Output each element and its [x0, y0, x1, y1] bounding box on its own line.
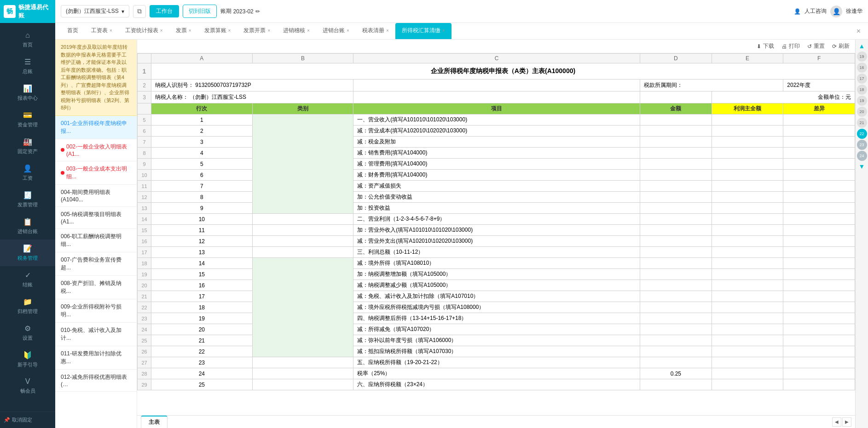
sheet-tab-main[interactable]: 主表 [141, 416, 168, 428]
tab-tax-clear[interactable]: 税表清册 × [356, 23, 395, 39]
row-diff[interactable] [783, 159, 855, 170]
row-amount[interactable] [640, 114, 712, 126]
row-amount[interactable] [640, 302, 712, 313]
row-amount[interactable] [640, 148, 712, 159]
tab-invoice-open[interactable]: 发票开票 × [237, 23, 277, 39]
row-amount[interactable] [640, 269, 712, 280]
row-diff[interactable] [783, 368, 855, 379]
sidebar-item-archive[interactable]: 📁归档管理 [0, 293, 55, 320]
row-diff[interactable] [783, 346, 855, 357]
report-item-011[interactable]: 011-研发费用加计扣除优惠... [55, 346, 137, 370]
row-profit[interactable] [712, 203, 783, 214]
tab-invoice-calc[interactable]: 发票算账 × [198, 23, 237, 39]
row-profit[interactable] [712, 148, 783, 159]
row-diff[interactable] [783, 291, 855, 302]
tab-tax-calc[interactable]: 所得税汇算清缴 × [395, 23, 451, 39]
row-amount[interactable] [640, 192, 712, 203]
tab-payroll-stats[interactable]: 工资统计报表 × [119, 23, 169, 39]
row-diff[interactable] [783, 324, 855, 335]
timeline-up-arrow[interactable]: ▲ [858, 41, 866, 51]
tab-sales-ledger[interactable]: 进销台账 × [316, 23, 356, 39]
row-profit[interactable] [712, 302, 783, 313]
sidebar-item-asset-mgmt[interactable]: 💳资金管理 [0, 106, 55, 133]
row-amount[interactable] [640, 324, 712, 335]
sidebar-unpin[interactable]: 📌 取消固定 [0, 411, 55, 428]
tab-payroll[interactable]: 工资表 × [85, 23, 119, 39]
tab-close-payroll[interactable]: × [110, 28, 112, 33]
row-profit[interactable] [712, 114, 783, 126]
row-amount[interactable] [640, 170, 712, 181]
tab-invoice[interactable]: 发票 × [169, 23, 198, 39]
tabs-close-all[interactable]: × [855, 27, 862, 35]
row-profit[interactable] [712, 368, 783, 379]
timeline-down-arrow[interactable]: ▼ [858, 162, 866, 171]
row-profit[interactable] [712, 192, 783, 203]
row-amount[interactable] [640, 236, 712, 247]
report-item-007[interactable]: 007-广告费和业务宣传费超... [55, 252, 137, 276]
row-amount[interactable] [640, 247, 712, 258]
workspace-button[interactable]: 工作台 [150, 5, 179, 17]
row-diff[interactable] [783, 236, 855, 247]
row-amount[interactable] [640, 346, 712, 357]
sidebar-item-tax[interactable]: 📝税务管理 [0, 240, 55, 266]
tab-close-tax-clear[interactable]: × [386, 28, 389, 33]
row-amount[interactable] [640, 126, 712, 137]
tab-close-sales-ledger[interactable]: × [347, 28, 349, 33]
sidebar-item-guide[interactable]: 🔰新手引导 [0, 346, 55, 373]
tab-close-invoice-calc[interactable]: × [228, 28, 231, 33]
reset-button[interactable]: ↺ 重置 [807, 42, 825, 50]
row-profit[interactable] [712, 324, 783, 335]
row-diff[interactable] [783, 247, 855, 258]
sidebar-item-settle[interactable]: ✓结账 [0, 266, 55, 293]
row-diff[interactable] [783, 137, 855, 148]
row-profit[interactable] [712, 159, 783, 170]
report-item-008[interactable]: 008-资产折旧、摊销及纳税... [55, 276, 137, 299]
sidebar-item-fixed-assets[interactable]: 🏭固定资产 [0, 133, 55, 160]
sidebar-item-member[interactable]: V畅会员 [0, 373, 55, 399]
row-diff[interactable] [783, 258, 855, 269]
sheet-prev-btn[interactable]: ◀ [832, 417, 841, 427]
row-diff[interactable] [783, 280, 855, 291]
row-diff[interactable] [783, 214, 855, 225]
sidebar-item-payroll[interactable]: 👤工资 [0, 160, 55, 186]
tab-close-payroll-stats[interactable]: × [160, 28, 163, 33]
sidebar-item-ledger[interactable]: ☰总账 [0, 53, 55, 80]
row-profit[interactable] [712, 335, 783, 346]
row-profit[interactable] [712, 126, 783, 137]
report-item-003[interactable]: 003-一般企业成本支出明细... [55, 161, 137, 185]
row-profit[interactable] [712, 346, 783, 357]
row-amount[interactable] [640, 379, 712, 390]
row-diff[interactable] [783, 203, 855, 214]
edit-period-icon[interactable]: ✏ [255, 8, 260, 15]
row-amount[interactable] [640, 225, 712, 236]
row-diff[interactable] [783, 225, 855, 236]
timeline-year-2022-7[interactable]: 22 [857, 129, 867, 139]
row-amount[interactable]: 0.25 [640, 368, 712, 379]
row-amount[interactable] [640, 280, 712, 291]
refresh-button[interactable]: ⟳ 刷新 [832, 42, 850, 50]
spreadsheet-wrap[interactable]: ABCDEF1企业所得税年度纳税申报表（A类）主表(A100000)2 纳税人识… [137, 53, 855, 415]
row-profit[interactable] [712, 236, 783, 247]
switch-old-button[interactable]: 切到旧版 [183, 5, 217, 18]
tab-close-sales-check[interactable]: × [307, 28, 310, 33]
row-profit[interactable] [712, 225, 783, 236]
sheet-next-btn[interactable]: ▶ [842, 417, 851, 427]
row-diff[interactable] [783, 335, 855, 346]
row-profit[interactable] [712, 214, 783, 225]
sidebar-item-sales[interactable]: 📋进销台账 [0, 213, 55, 240]
row-diff[interactable] [783, 181, 855, 192]
row-diff[interactable] [783, 192, 855, 203]
timeline-year-2024-9[interactable]: 24 [857, 151, 867, 161]
company-selector[interactable]: (勿删）江西服宝-LSS ▾ [61, 5, 129, 17]
row-diff[interactable] [783, 357, 855, 368]
sidebar-item-invoice-mgmt[interactable]: 🧾发票管理 [0, 186, 55, 213]
print-button[interactable]: 🖨 打印 [781, 42, 800, 50]
row-amount[interactable] [640, 159, 712, 170]
copy-icon-btn[interactable]: ⧉ [133, 5, 146, 18]
sidebar-item-reports[interactable]: 📊报表中心 [0, 80, 55, 106]
row-profit[interactable] [712, 247, 783, 258]
timeline-year-2016-1[interactable]: 16 [857, 63, 867, 73]
row-amount[interactable] [640, 181, 712, 192]
timeline-year-2019-4[interactable]: 19 [857, 96, 867, 106]
row-profit[interactable] [712, 137, 783, 148]
